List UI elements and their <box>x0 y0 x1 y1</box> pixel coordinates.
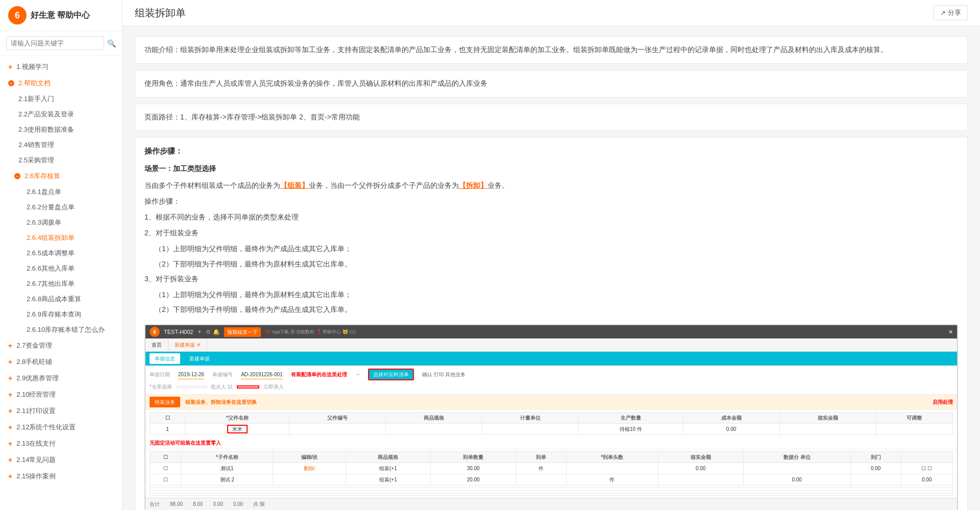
sidebar-item-label: 2.7资金管理 <box>16 341 52 350</box>
sidebar-item-payment[interactable]: + 2.13在线支付 <box>0 435 122 452</box>
sidebar-item-transfer[interactable]: 2.6.3调拨单 <box>0 215 122 230</box>
sim-lower-action1[interactable]: ☐ ☐ <box>901 463 952 474</box>
steps-block: 操作步骤： 场景一：加工类型选择 当由多个子件材料组装成一个成品的业务为【组装】… <box>135 137 968 510</box>
sim-tab-new[interactable]: 新建单据 ✕ <box>168 338 207 351</box>
step3-sub2: （2）下部明细为子件明细，最终作为产成品生成其它入库单。 <box>155 303 958 316</box>
sim-bom-btn[interactable]: 选择对应料清单 <box>368 369 414 380</box>
sim-upper-table-body: 1 米米 待核10 件 0.00 <box>150 424 953 435</box>
sidebar-item-inventory[interactable]: − 2.6库存核算 <box>0 168 122 184</box>
sim-toggle-bar: 组装业务 组装业务、拆卸业务在这里切换 启用处理 <box>145 395 957 410</box>
sim-form-no-value: AD-20191226-001 <box>241 370 283 379</box>
sim-tab-home[interactable]: 首页 <box>145 338 168 351</box>
expand-icon: + <box>8 456 12 464</box>
expand-icon: + <box>8 63 12 71</box>
sidebar-item-other-out[interactable]: 2.6.7其他出库单 <box>0 276 122 292</box>
sidebar-item-cost-adjust[interactable]: 2.6.5成本调整单 <box>0 246 122 261</box>
sim-lower-sub2: 0.00 <box>743 474 850 485</box>
sim-form-warehouse-label: *仓库选择 <box>150 382 172 391</box>
expand-icon: + <box>8 440 12 448</box>
sidebar-item-beginner[interactable]: 2.1新手入门 <box>0 91 122 107</box>
sim-lower-head1 <box>566 463 658 474</box>
sim-type-toggle[interactable]: 组装业务 <box>150 397 180 407</box>
sim-ui: 6 TEST-H002 ▼ ⚙ 🔔 预期核算一下 💼 App下载 ⑥ 功能数程 … <box>145 325 958 510</box>
sim-enable-annotation: 启用处理 <box>933 398 953 406</box>
expand-icon: + <box>8 407 12 415</box>
sidebar-item-assembly[interactable]: 2.6.4组装拆卸单 <box>0 230 122 246</box>
sidebar-item-cost-recalc[interactable]: 2.6.8商品成本重算 <box>0 292 122 307</box>
sim-parent-name-input[interactable]: 米米 <box>227 425 248 433</box>
path-text: 页面路径：1、库存核算->库存管理->组装拆卸单 2、首页->常用功能 <box>144 113 360 121</box>
table-row: ☐ 测试 2 组装(+1 20.00 件 0.00 <box>150 474 953 485</box>
sidebar-item-label: 2.12系统个性化设置 <box>16 423 76 432</box>
sim-col-spec: 商品规格 <box>386 412 482 424</box>
sidebar-item-install[interactable]: 2.2产品安装及登录 <box>0 107 122 122</box>
sim-lower-col-door: 到门 <box>850 452 901 463</box>
app-logo-text: 好生意 帮助中心 <box>31 10 90 21</box>
logo-bar: 6 好生意 帮助中心 <box>0 0 122 31</box>
sidebar-item-other-in[interactable]: 2.6.6其他入库单 <box>0 261 122 276</box>
sim-save-btn[interactable]: 立即录入 <box>263 382 284 391</box>
sim-lower-table-body: ☐ 测试1 删除/ 组装(+1 30.00 件 0.00 0.00 <box>150 463 953 496</box>
sim-zero-annotation: 无固定活动可组装在这里置零入 <box>150 440 221 446</box>
expand-icon: + <box>8 423 12 431</box>
sim-col-parent-name: *父件名称 <box>185 412 289 424</box>
sidebar-item-print[interactable]: + 2.11打印设置 <box>0 403 122 419</box>
sidebar-item-finance[interactable]: + 2.7资金管理 <box>0 337 122 354</box>
sidebar-item-stock-ledger[interactable]: 2.6.9库存账本查询 <box>0 307 122 322</box>
sidebar-item-coupon[interactable]: + 2.9优惠券管理 <box>0 370 122 386</box>
sidebar-item-sales[interactable]: 2.4销售管理 <box>0 137 122 153</box>
sidebar-item-docs[interactable]: − 2.帮助文档 <box>0 75 122 91</box>
sidebar-item-purchase[interactable]: 2.5采购管理 <box>0 153 122 168</box>
sim-col-actual: 核实金额 <box>779 412 876 424</box>
steps-intro: 操作步骤： <box>144 195 958 208</box>
sidebar-item-videos[interactable]: + 1.视频学习 <box>0 59 122 75</box>
sidebar-item-dataprep[interactable]: 2.3使用前数据准备 <box>0 122 122 137</box>
sim-header-right: 💼 App下载 ⑥ 功能数程 ❓ 帮助中心 🐱 CC <box>265 328 356 336</box>
sidebar-item-stocktake[interactable]: 2.6.1盘点单 <box>0 184 122 200</box>
main-panel: 组装拆卸单 ↗ 分享 功能介绍：组装拆卸单用来处理企业组装或拆卸等加工业务，支持… <box>122 0 980 510</box>
sidebar-item-stock-fix[interactable]: 2.6.10库存账本错了怎么办 <box>0 322 122 337</box>
sim-lower-unit2 <box>516 474 567 485</box>
sim-lower-amount2 <box>658 474 743 485</box>
sim-col-adj: 可调整 <box>876 412 952 424</box>
sim-footer-count: 共 限 <box>253 500 265 508</box>
sim-lower-qty2: 20.00 <box>431 474 516 485</box>
search-input[interactable] <box>6 36 104 50</box>
sim-upper-table-container: ☐ *父件名称 父件编号 商品规格 计量单位 生产数量 成本金额 核实金额 可调… <box>145 410 957 437</box>
sim-sub-tab-new[interactable]: 新建单据 <box>184 353 215 364</box>
step2-sub1: （1）上部明细为父件明细，最终作为产成品生成其它入库单； <box>155 242 958 255</box>
sidebar-item-cases[interactable]: + 2.15操作案例 <box>0 468 122 484</box>
share-button[interactable]: ↗ 分享 <box>934 5 968 20</box>
sim-header-btn: 预期核算一下 <box>224 327 261 337</box>
sim-lower-spec2: 组装(+1 <box>346 474 431 485</box>
sim-form-highlight-input[interactable] <box>237 385 259 388</box>
sim-col-qty: 生产数量 <box>579 412 683 424</box>
search-button[interactable]: 🔍 <box>107 39 116 47</box>
sim-empty-row4 <box>150 493 953 496</box>
sim-lower-door2 <box>850 474 901 485</box>
sim-toggle-annotation: 组装业务、拆卸业务在这里切换 <box>185 398 257 406</box>
sidebar-item-label: 1.视频学习 <box>16 62 48 71</box>
sidebar-item-label: 2.8手机旺铺 <box>16 357 52 367</box>
sim-form-count-label: 批次人 以 <box>211 382 233 391</box>
sim-cell-qty: 待核10 件 <box>579 424 683 435</box>
sidebar-item-faq[interactable]: + 2.14常见问题 <box>0 452 122 468</box>
sim-sub-tab-active[interactable]: 单据信息 <box>150 353 180 364</box>
sidebar-item-label: 2.6库存核算 <box>24 172 60 181</box>
sidebar-item-operations[interactable]: + 2.10经营管理 <box>0 386 122 403</box>
sim-footer-val1: 88.00 <box>170 500 183 508</box>
sim-cell-spec <box>386 424 482 435</box>
sim-lower-check: ☐ <box>150 463 181 474</box>
role-text: 使用角色：通常由生产人员或库管人员完成拆装业务的操作，库管人员确认原材料的出库和… <box>144 79 487 87</box>
sidebar-item-mobile[interactable]: + 2.8手机旺铺 <box>0 354 122 370</box>
expand-icon: + <box>8 472 12 480</box>
sim-sub-tab-bar: 单据信息 新建单据 <box>145 352 957 366</box>
sim-lower-col-head: *到单头数 <box>566 452 658 463</box>
sidebar-item-partial-stocktake[interactable]: 2.6.2分量盘点单 <box>0 200 122 215</box>
expand-icon: + <box>8 342 12 350</box>
sim-footer-val2: 8.00 <box>193 500 203 508</box>
step3-sub1: （1）上部明细为父件明细，最终作为原材料生成其它出库单； <box>155 288 958 301</box>
sim-cell-adj <box>876 424 952 435</box>
sim-form-no-label: 单据编号 <box>212 370 233 379</box>
sidebar-item-personalize[interactable]: + 2.12系统个性化设置 <box>0 419 122 435</box>
